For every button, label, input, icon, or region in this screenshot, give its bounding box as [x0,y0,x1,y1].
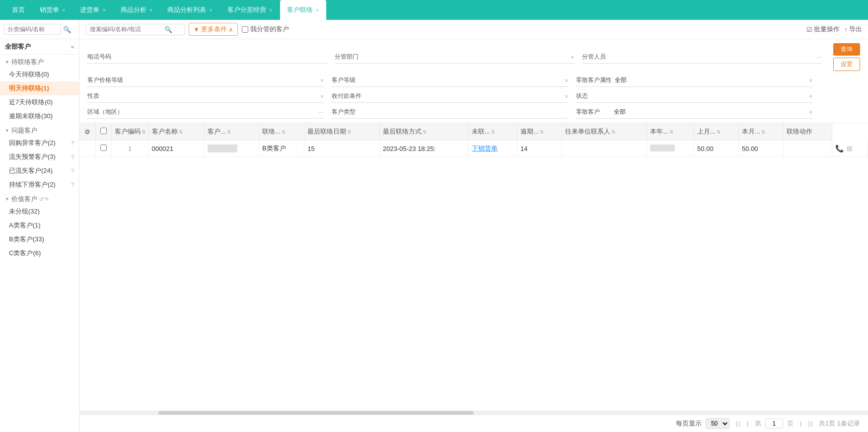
filter-price-select[interactable]: ∨ [126,77,324,83]
th-type: 客户...⇅ [205,123,259,141]
dots-icon-region[interactable]: ··· [319,109,324,116]
group-refresh-icon[interactable]: ↺ [39,196,44,203]
close-icon-0[interactable]: × [62,7,65,13]
sidebar-group-value: 价值客户 ↺ ✎ [0,192,79,205]
filter-nature-select[interactable]: ∨ [125,93,324,99]
td-last-method[interactable]: 下销货单 [469,141,517,157]
filter-row-3: 性质 ∨ 收付款条件 ∨ 状态 [87,90,860,103]
nav-item-4[interactable]: 客户分层经营 × [220,0,279,20]
my-customers-checkbox[interactable] [242,26,248,33]
page-size-select[interactable]: 50 [706,418,729,429]
action-phone-icon[interactable]: 📞 [835,144,844,152]
action-grid-icon[interactable]: ⊞ [847,144,853,152]
th-settings[interactable]: ⚙ [79,123,95,141]
group-edit-icon[interactable]: ✎ [45,196,49,203]
page-first-btn[interactable]: ⟨⟨ [733,419,742,429]
toolbar: 🔍 ▼ 更多条件 ∧ 我分管的客户 ☑ 批量操作 ↑ 导出 [79,20,868,39]
chevron-down-icon-nature: ∨ [320,93,324,99]
my-customers-checkbox-label[interactable]: 我分管的客户 [242,25,289,34]
chevron-down-icon-payment: ∨ [565,93,568,99]
last-method-link[interactable]: 下销货单 [472,144,498,152]
sort-icon-tmonth: ⇅ [761,129,765,135]
page-input[interactable] [765,419,783,429]
table-container: ⚙ 客户编码⇅ 客户名称⇅ 客户...⇅ 联络...⇅ 最后联络日期⇅ 最后联络… [79,123,868,411]
td-name [205,141,259,157]
filter-status-select[interactable]: ∨ [614,93,812,99]
sidebar-item-7days[interactable]: 近7天待联络(0) [0,95,79,109]
td-num: 1 [111,141,148,157]
filter-cust-type-label: 客户类型 [332,108,366,116]
nav-item-1[interactable]: 进货单 × [73,0,112,20]
search-input[interactable] [90,26,164,33]
filter-manager-label: 分管人员 [582,53,617,61]
sidebar-search-icon[interactable]: 🔍 [63,26,71,33]
query-button[interactable]: 查询 [833,43,860,56]
sidebar-item-churned[interactable]: 已流失客户(24) ? [0,164,79,178]
sidebar-item-ungroup[interactable]: 未分组(32) [0,205,79,218]
filter-payment-select[interactable]: ∨ [369,93,568,99]
filter-dept-select[interactable]: ∨ [372,54,574,60]
td-last-date: 2023-05-23 18:25: [380,141,469,157]
dots-icon-manager[interactable]: ··· [816,54,821,61]
sidebar-item-churn-warning[interactable]: 流失预警客户(3) ? [0,150,79,164]
nav-item-0[interactable]: 销货单 × [33,0,72,20]
page-prev-btn[interactable]: ⟨ [744,419,751,429]
nav-home[interactable]: 首页 [5,0,32,20]
export-icon: ↑ [845,26,848,33]
th-contact: 联络...⇅ [259,123,304,141]
close-icon-5[interactable]: × [316,7,319,13]
close-icon-1[interactable]: × [102,7,105,13]
nav-item-5[interactable]: 客户联络 × [280,0,326,20]
sort-icon-year: ⇅ [669,129,673,135]
total-info: 共1页 1条记录 [819,419,860,428]
sidebar-item-repurchase[interactable]: 回购异常客户(2) ? [0,136,79,150]
td-gear [79,141,95,157]
td-checkbox[interactable] [95,141,111,157]
export-button[interactable]: ↑ 导出 [845,25,863,34]
td-unit-contact [647,141,694,157]
page-label: 第 [753,418,763,429]
per-page-label: 每页显示 [676,419,702,428]
nav-item-3[interactable]: 商品分析列表 × [160,0,219,20]
td-overdue [562,141,647,157]
nav-item-2[interactable]: 商品分析 × [114,0,159,20]
filter-manager-select[interactable]: ··· [620,54,821,61]
sidebar-all-customers[interactable]: 全部客户 « [0,39,79,55]
sidebar-item-declining[interactable]: 持续下滑客户(2) ? [0,178,79,192]
sidebar-group-pending: 待联络客户 [0,55,79,68]
filter-phone-input[interactable] [125,54,327,61]
filter-row-1: 电话号码 分管部门 ∨ 分管人员 ··· [87,43,860,71]
filter-level-select[interactable]: ∨ [369,77,568,83]
filter-retail-select[interactable]: 全部 ∨ [614,108,812,116]
filter-retail-attr-select[interactable]: 全部 ∨ [615,76,812,84]
page-last-btn[interactable]: ⟩⟩ [806,419,815,429]
customer-table: ⚙ 客户编码⇅ 客户名称⇅ 客户...⇅ 联络...⇅ 最后联络日期⇅ 最后联络… [79,123,868,157]
sidebar-item-type-b[interactable]: B类客户(33) [0,232,79,246]
search-icon[interactable]: 🔍 [164,26,172,33]
setting-button[interactable]: 设置 [833,58,860,71]
more-filter-button[interactable]: ▼ 更多条件 ∧ [189,23,238,36]
sidebar-item-today[interactable]: 今天待联络(0) [0,68,79,81]
filter-dept: 分管部门 ∨ [335,51,574,64]
collapse-icon: « [71,44,74,50]
table-row: 1 000021 B类客户 15 2023-05-23 18:25: 下销货单 … [79,141,868,157]
sidebar-item-tomorrow[interactable]: 明天待联络(1) [0,81,79,95]
select-all-checkbox[interactable] [100,128,107,134]
filter-retail-label: 零散客户 [576,108,611,116]
sidebar-item-type-c[interactable]: C类客户(6) [0,246,79,260]
batch-op-button[interactable]: ☑ 批量操作 [806,25,840,34]
sidebar-item-overdue[interactable]: 逾期未联络(30) [0,109,79,123]
filter-region-select[interactable]: ··· [126,109,324,116]
page-next-btn[interactable]: ⟩ [797,419,804,429]
action-icons: 📞 ⊞ [835,144,865,152]
horizontal-scrollbar[interactable] [79,411,868,415]
close-icon-3[interactable]: × [209,7,212,13]
sidebar-search-input[interactable] [4,24,61,35]
sidebar-item-type-a[interactable]: A类客户(1) [0,218,79,232]
th-this-month: 本月...⇅ [739,123,784,141]
chevron-down-icon-dept: ∨ [571,54,574,60]
close-icon-4[interactable]: × [269,7,272,13]
row-checkbox[interactable] [100,144,107,151]
close-icon-2[interactable]: × [149,7,152,13]
filter-retail-attr: 零散客户属性 全部 ∨ [576,74,812,87]
